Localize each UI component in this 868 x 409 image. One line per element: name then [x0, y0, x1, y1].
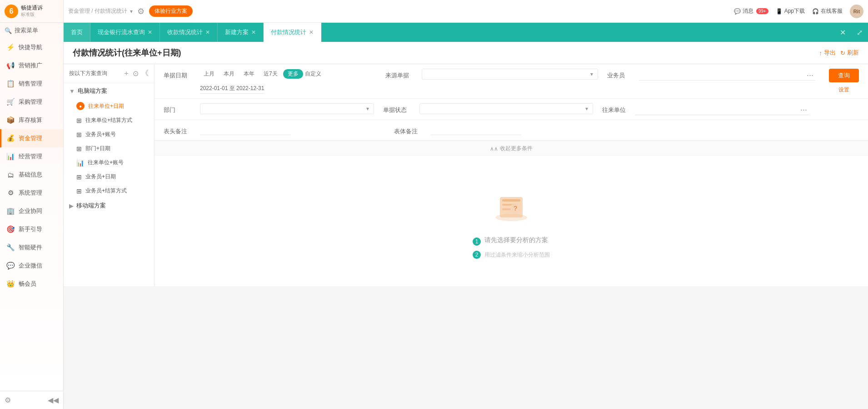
salesperson-dots[interactable]: ...	[805, 69, 815, 78]
source-filter-label: 来源单据	[385, 69, 413, 80]
table-body-note-input[interactable]	[430, 125, 521, 135]
sidebar-item-purchase[interactable]: 🛒 采购管理	[0, 93, 63, 111]
receipt-status-select[interactable]: ▾	[419, 103, 594, 114]
sidebar-item-hardware[interactable]: 🔧 智能硬件	[0, 238, 63, 257]
tab-payment[interactable]: 付款情况统计 ✕	[264, 23, 321, 42]
online-service-action[interactable]: 🎧 在线客服	[812, 7, 843, 15]
scheme-item-partner-account[interactable]: 📊 往来单位+账号	[64, 156, 154, 170]
tab-new-plan-close[interactable]: ✕	[251, 29, 256, 35]
sidebar-logo: 6 畅捷通诉 标准版	[0, 0, 63, 23]
date-tab-7days[interactable]: 近7天	[260, 69, 281, 79]
scheme-item-salesperson-date[interactable]: ⊞ 业务员+日期	[64, 170, 154, 184]
app-download-label: App下载	[784, 7, 805, 15]
tab-payment-label: 付款情况统计	[271, 28, 306, 36]
mobile-group-label: 移动端方案	[76, 202, 106, 210]
tip1-number: 1	[473, 237, 481, 246]
scheme-add-btn[interactable]: ＋	[123, 69, 130, 78]
date-more-btn[interactable]: 更多	[283, 69, 303, 79]
tab-close-all-btn[interactable]: ✕	[834, 23, 851, 42]
tab-home-label: 首页	[71, 28, 83, 36]
refresh-btn[interactable]: ↻ 刷新	[840, 49, 859, 57]
dept-select[interactable]: ▾	[200, 103, 374, 114]
sidebar-item-system[interactable]: ⚙ 系统管理	[0, 184, 63, 202]
message-label: 消息	[743, 7, 753, 15]
sidebar-item-quick-nav[interactable]: ⚡ 快捷导航	[0, 38, 63, 56]
date-tab-this-year[interactable]: 本年	[240, 69, 258, 79]
scheme-grid-icon-4: ⊞	[76, 173, 82, 181]
topbar-settings-icon[interactable]: ⚙	[137, 6, 145, 16]
topbar-left: 资金管理 / 付款情况统计 ▾ ⚙ 体验行业方案	[68, 5, 734, 17]
collapse-sidebar-icon[interactable]: ◀◀	[48, 396, 59, 404]
sidebar-item-marketing[interactable]: 📢 营销推广	[0, 56, 63, 75]
date-range-value: 2022-01-01 至 2022-12-31	[200, 85, 264, 92]
sidebar-footer: ⚙ ◀◀	[0, 391, 63, 409]
settings-footer-icon[interactable]: ⚙	[5, 396, 11, 404]
sidebar-item-basic-info[interactable]: 🗂 基础信息	[0, 166, 63, 184]
topbar-dropdown-icon[interactable]: ▾	[130, 8, 133, 15]
logo-text: 畅捷通诉	[21, 5, 43, 12]
date-filter-value: 上月 本月 本年 近7天 更多 自定义 2022-01-01 至 2022-12…	[200, 69, 376, 94]
system-icon: ⚙	[6, 188, 15, 197]
scheme-collapse-btn[interactable]: 《	[141, 69, 149, 78]
page-title: 付款情况统计(往来单位+日期)	[73, 47, 181, 58]
filter-row-3: 表头备注 表体备注	[155, 120, 868, 141]
avatar-initials: Rit	[853, 9, 860, 14]
sidebar-item-enterprise[interactable]: 🏢 企业协同	[0, 202, 63, 220]
tab-receive-label: 收款情况统计	[167, 28, 203, 36]
empty-illustration: ?	[489, 183, 534, 229]
source-select[interactable]: ▾	[422, 69, 598, 80]
tab-home[interactable]: 首页	[64, 23, 90, 42]
sidebar-item-inventory[interactable]: 📦 库存核算	[0, 111, 63, 129]
trial-btn[interactable]: 体验行业方案	[149, 5, 193, 17]
service-icon: 🎧	[812, 8, 819, 15]
export-btn[interactable]: ↑ 导出	[819, 49, 836, 57]
sidebar-item-operation[interactable]: 📊 经营管理	[0, 147, 63, 166]
scheme-panel-actions: ＋ ⊙ 《	[123, 69, 149, 78]
scheme-item-partner-date[interactable]: ● 往来单位+日期	[64, 99, 154, 113]
message-action[interactable]: 💬 消息 99+	[734, 7, 768, 15]
message-badge: 99+	[756, 8, 768, 14]
scheme-item-partner-settlement[interactable]: ⊞ 往来单位+结算方式	[64, 113, 154, 127]
settings-link[interactable]: 设置	[838, 86, 849, 94]
date-tab-this-month[interactable]: 本月	[220, 69, 238, 79]
tab-receive-close[interactable]: ✕	[205, 29, 210, 35]
avatar[interactable]: Rit	[850, 5, 863, 18]
desktop-group-header[interactable]: ▼ 电脑端方案	[64, 83, 154, 99]
active-scheme-dot: ●	[76, 102, 85, 110]
date-tab-last-month[interactable]: 上月	[200, 69, 218, 79]
scheme-item-dept-date[interactable]: ⊞ 部门+日期	[64, 141, 154, 156]
tab-receive[interactable]: 收款情况统计 ✕	[160, 23, 218, 42]
scheme-grid-icon-3: ⊞	[76, 145, 82, 152]
partner-dots[interactable]: ...	[798, 103, 809, 113]
sidebar-item-fund[interactable]: 💰 资金管理	[0, 129, 63, 147]
tab-payment-close[interactable]: ✕	[309, 29, 314, 35]
guide-label: 新手引导	[19, 225, 42, 233]
scheme-item-salesperson-date-label: 业务员+日期	[85, 173, 116, 181]
sidebar-item-guide[interactable]: 🎯 新手引导	[0, 220, 63, 238]
search-menu-label: 搜索菜单	[15, 26, 38, 35]
app-download-action[interactable]: 📱 App下载	[776, 7, 805, 15]
scheme-item-salesperson-account[interactable]: ⊞ 业务员+账号	[64, 127, 154, 141]
tab-bank[interactable]: 现金银行流水查询 ✕	[90, 23, 160, 42]
collapse-filter-btn[interactable]: ∧∧ 收起更多条件	[155, 141, 868, 156]
receipt-status-arrow: ▾	[585, 106, 588, 112]
query-btn[interactable]: 查询	[829, 69, 859, 82]
scheme-settings-btn[interactable]: ⊙	[133, 69, 139, 78]
date-custom-btn[interactable]: 自定义	[305, 70, 321, 78]
sidebar-item-sales[interactable]: 📋 销售管理	[0, 75, 63, 93]
table-header-note-label: 表头备注	[164, 125, 191, 136]
table-header-note-input[interactable]	[200, 125, 291, 135]
sidebar-item-wechat[interactable]: 💬 企业微信	[0, 257, 63, 275]
scheme-item-salesperson-settlement[interactable]: ⊞ 业务员+结算方式	[64, 184, 154, 198]
search-menu-item[interactable]: 🔍 搜索菜单	[0, 23, 63, 38]
purchase-icon: 🛒	[6, 97, 15, 106]
logo-text-area: 畅捷通诉 标准版	[21, 5, 43, 18]
fund-icon: 💰	[6, 134, 15, 143]
mobile-group-header[interactable]: ▶ 移动端方案	[64, 198, 154, 213]
desktop-group-label: 电脑端方案	[78, 87, 107, 95]
tab-expand-btn[interactable]: ⤢	[851, 23, 868, 42]
guide-icon: 🎯	[6, 225, 15, 234]
tab-new-plan[interactable]: 新建方案 ✕	[218, 23, 264, 42]
sidebar-item-membership[interactable]: 👑 畅会员	[0, 275, 63, 293]
tab-bank-close[interactable]: ✕	[148, 29, 152, 35]
